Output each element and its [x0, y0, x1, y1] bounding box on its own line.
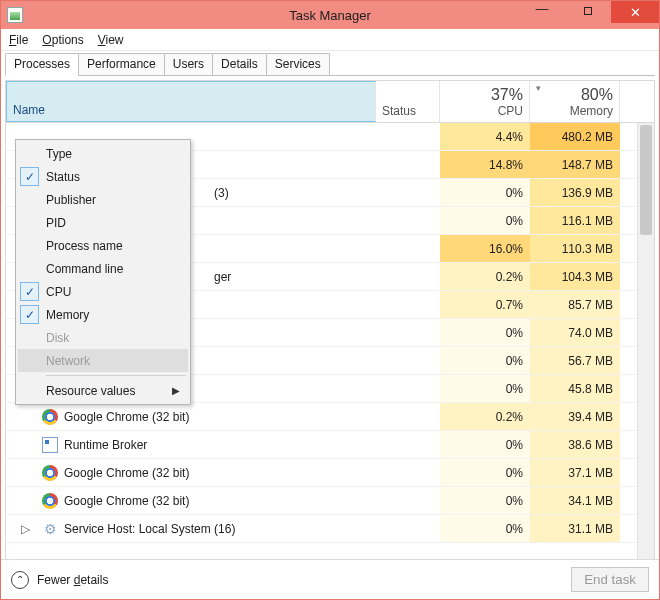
ctx-item-resource-values[interactable]: Resource values▶	[18, 379, 188, 402]
cpu-cell: 0.2%	[440, 263, 530, 290]
table-row[interactable]: Google Chrome (32 bit)0%37.1 MB	[6, 459, 654, 487]
cpu-cell: 0.2%	[440, 403, 530, 430]
memory-cell: 136.9 MB	[530, 179, 620, 206]
menu-view[interactable]: View	[98, 33, 124, 47]
ctx-item-disk: Disk	[18, 326, 188, 349]
chevron-up-icon: ⌃	[11, 571, 29, 589]
tab-users[interactable]: Users	[164, 53, 213, 75]
ctx-item-type[interactable]: Type	[18, 142, 188, 165]
memory-cell: 148.7 MB	[530, 151, 620, 178]
check-icon: ✓	[20, 167, 39, 186]
tab-details[interactable]: Details	[212, 53, 267, 75]
tab-processes[interactable]: Processes	[5, 53, 79, 76]
ctx-item-command-line[interactable]: Command line	[18, 257, 188, 280]
memory-cell: 116.1 MB	[530, 207, 620, 234]
memory-cell: 39.4 MB	[530, 403, 620, 430]
window-controls: — ✕	[519, 1, 659, 23]
memory-cell: 85.7 MB	[530, 291, 620, 318]
menu-options[interactable]: Options	[42, 33, 83, 47]
cpu-cell: 0%	[440, 487, 530, 514]
titlebar[interactable]: Task Manager — ✕	[1, 1, 659, 29]
column-header-cpu[interactable]: 37% CPU	[440, 81, 530, 122]
menu-file[interactable]: File	[9, 33, 28, 47]
maximize-button[interactable]	[565, 1, 611, 23]
memory-cell: 110.3 MB	[530, 235, 620, 262]
cpu-cell: 0%	[440, 375, 530, 402]
cpu-cell: 0%	[440, 515, 530, 542]
cpu-cell: 0.7%	[440, 291, 530, 318]
cpu-cell: 0%	[440, 431, 530, 458]
chrome-icon	[42, 493, 58, 509]
cpu-cell: 0%	[440, 347, 530, 374]
column-header-memory[interactable]: ▾ 80% Memory	[530, 81, 620, 122]
check-icon: ✓	[20, 282, 39, 301]
cpu-cell: 4.4%	[440, 123, 530, 150]
fewer-details-button[interactable]: ⌃ Fewer details	[11, 571, 108, 589]
runtime-icon	[42, 437, 58, 453]
column-header-status[interactable]: Status	[376, 81, 440, 122]
close-button[interactable]: ✕	[611, 1, 659, 23]
end-task-button[interactable]: End task	[571, 567, 649, 592]
column-headers: Name Status 37% CPU ▾ 80% Memory	[6, 81, 654, 123]
chrome-icon	[42, 409, 58, 425]
minimize-button[interactable]: —	[519, 1, 565, 23]
cpu-cell: 0%	[440, 319, 530, 346]
expand-icon[interactable]: ▷	[20, 522, 30, 536]
menubar: File Options View	[1, 29, 659, 51]
sort-desc-icon: ▾	[536, 83, 541, 93]
column-header-name[interactable]: Name	[6, 81, 376, 122]
scrollbar-thumb[interactable]	[640, 125, 652, 235]
memory-cell: 31.1 MB	[530, 515, 620, 542]
ctx-item-publisher[interactable]: Publisher	[18, 188, 188, 211]
ctx-item-network: Network	[18, 349, 188, 372]
memory-cell: 45.8 MB	[530, 375, 620, 402]
column-context-menu: Type✓StatusPublisherPIDProcess nameComma…	[15, 139, 191, 405]
process-name: Service Host: Local System (16)	[64, 522, 235, 536]
ctx-item-status[interactable]: ✓Status	[18, 165, 188, 188]
memory-cell: 480.2 MB	[530, 123, 620, 150]
cpu-cell: 14.8%	[440, 151, 530, 178]
task-manager-window: Task Manager — ✕ File Options View Proce…	[0, 0, 660, 600]
memory-cell: 56.7 MB	[530, 347, 620, 374]
vertical-scrollbar[interactable]	[637, 123, 654, 559]
memory-cell: 74.0 MB	[530, 319, 620, 346]
tab-row: Processes Performance Users Details Serv…	[1, 51, 659, 75]
tab-performance[interactable]: Performance	[78, 53, 165, 75]
table-row[interactable]: Runtime Broker0%38.6 MB	[6, 431, 654, 459]
memory-cell: 38.6 MB	[530, 431, 620, 458]
check-icon: ✓	[20, 305, 39, 324]
process-name: Google Chrome (32 bit)	[64, 410, 189, 424]
memory-cell: 104.3 MB	[530, 263, 620, 290]
table-row[interactable]: Google Chrome (32 bit)0.2%39.4 MB	[6, 403, 654, 431]
ctx-item-memory[interactable]: ✓Memory	[18, 303, 188, 326]
gear-icon	[42, 521, 58, 537]
memory-cell: 37.1 MB	[530, 459, 620, 486]
ctx-item-cpu[interactable]: ✓CPU	[18, 280, 188, 303]
process-name: Runtime Broker	[64, 438, 147, 452]
ctx-item-process-name[interactable]: Process name	[18, 234, 188, 257]
app-icon	[7, 7, 23, 23]
cpu-cell: 0%	[440, 179, 530, 206]
chevron-right-icon: ▶	[172, 385, 180, 396]
cpu-cell: 0%	[440, 459, 530, 486]
process-name: Google Chrome (32 bit)	[64, 494, 189, 508]
cpu-cell: 16.0%	[440, 235, 530, 262]
table-row[interactable]: ▷Service Host: Local System (16)0%31.1 M…	[6, 515, 654, 543]
table-row[interactable]: Google Chrome (32 bit)0%34.1 MB	[6, 487, 654, 515]
memory-cell: 34.1 MB	[530, 487, 620, 514]
ctx-item-pid[interactable]: PID	[18, 211, 188, 234]
tab-services[interactable]: Services	[266, 53, 330, 75]
cpu-cell: 0%	[440, 207, 530, 234]
chrome-icon	[42, 465, 58, 481]
process-name: Google Chrome (32 bit)	[64, 466, 189, 480]
footer: ⌃ Fewer details End task	[1, 559, 659, 599]
